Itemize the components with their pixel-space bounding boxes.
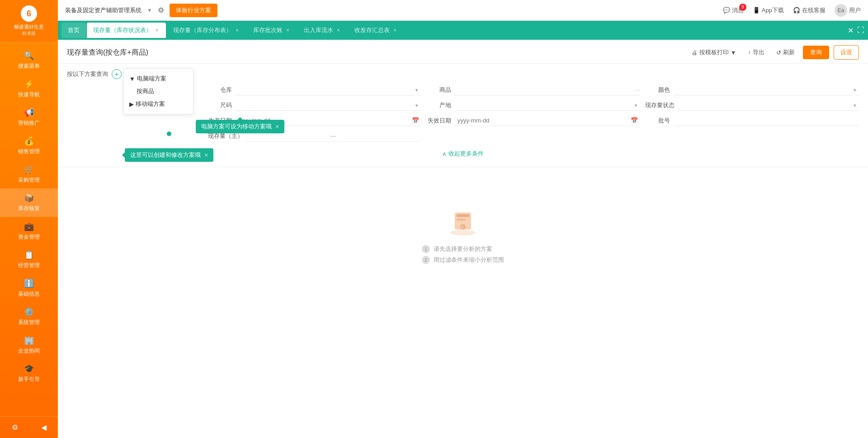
batch-input[interactable]: [674, 115, 859, 126]
product-input[interactable]: [455, 85, 635, 95]
tooltip2-close-btn[interactable]: ×: [204, 151, 208, 159]
tab-batch-ledger[interactable]: 库存批次账 ×: [247, 23, 297, 38]
sidebar-item-sales[interactable]: 💰 销售管理: [0, 132, 58, 160]
search-btn[interactable]: 查询: [803, 46, 829, 59]
filter-row-3: 生产日期 📅 失效日期 📅 批号: [207, 115, 859, 126]
filter-field-inventory-status: 现存量状态 ▼: [645, 100, 859, 111]
sidebar-item-label: 系统管理: [18, 319, 40, 326]
filter-field-warehouse: 仓库 ▼: [207, 85, 421, 95]
tab-close-sendreceive-summary[interactable]: ×: [392, 27, 397, 34]
finance-icon: 💼: [24, 221, 34, 231]
product-dots-btn[interactable]: ···: [635, 86, 640, 93]
sidebar-item-purchase[interactable]: 🛒 采购管理: [0, 160, 58, 188]
sales-icon: 💰: [24, 136, 34, 146]
sidebar-item-guide[interactable]: 🎓 新手引导: [0, 359, 58, 388]
sidebar-item-inventory[interactable]: 📦 库存核算: [0, 188, 58, 217]
scheme-tree-item-mobile[interactable]: ▶ 移动端方案: [124, 98, 193, 110]
warehouse-select[interactable]: [236, 85, 421, 95]
expand-tabs-btn[interactable]: ⛶: [857, 26, 864, 34]
export-btn[interactable]: ↑ 导出: [745, 47, 769, 58]
tab-sendreceive-summary[interactable]: 收发存汇总表 ×: [348, 23, 404, 38]
tab-home[interactable]: 首页: [61, 23, 86, 38]
close-all-tabs-btn[interactable]: ✕: [848, 26, 854, 35]
sidebar-nav: 🔍 搜索菜单 ⚡ 快速导航 📢 营销推广 💰 销售管理 🛒 采购管理 📦 库存核…: [0, 42, 58, 416]
expiry-date-input[interactable]: [455, 115, 629, 126]
empty-state: ? 1 请先选择要分析的方案 2 用过滤条件来缩小分析范围: [58, 167, 868, 303]
tab-close-batch-ledger[interactable]: ×: [285, 27, 290, 34]
collapse-up-icon: ∧: [442, 151, 447, 157]
sidebar-item-label: 营销推广: [18, 119, 40, 127]
export-icon: ↑: [748, 49, 751, 56]
sidebar-logo: 6 畅捷通好生意 标准版: [0, 0, 58, 42]
filter-section: 按以下方案查询 + ✎ « ▼ 电脑端方案 按商品 ▶ 移动端方案: [58, 64, 868, 167]
topbar-settings-icon[interactable]: ⚙: [158, 6, 164, 14]
sidebar-item-enterprise[interactable]: 🏢 企业协同: [0, 331, 58, 359]
tab-close-inventory-status[interactable]: ×: [155, 27, 160, 34]
app-download-item[interactable]: 📱 App下载: [753, 6, 784, 14]
tree-expand-icon: ▼: [129, 75, 135, 82]
tooltip1-close-btn[interactable]: ×: [275, 123, 279, 130]
filter-title-label: 按以下方案查询: [67, 70, 108, 78]
tab-close-inventory-dist[interactable]: ×: [235, 27, 240, 34]
sidebar-bottom: ⚙ ◀: [0, 416, 58, 438]
sidebar-item-finance[interactable]: 💼 资金管理: [0, 217, 58, 245]
filter-field-size: 尺码 ▼: [207, 100, 421, 111]
app-icon: 📱: [753, 7, 760, 14]
size-select[interactable]: [236, 100, 421, 111]
production-date-calendar-icon[interactable]: 📅: [410, 117, 421, 124]
inventory-status-select[interactable]: [678, 100, 859, 111]
sidebar: 6 畅捷通好生意 标准版 🔍 搜索菜单 ⚡ 快速导航 📢 营销推广 💰 销售管理…: [0, 0, 58, 438]
settings-action-btn[interactable]: 设置: [834, 45, 859, 60]
filter-add-btn[interactable]: +: [112, 69, 122, 79]
collapse-filter-btn[interactable]: ∧ 收起更多条件: [442, 150, 484, 158]
search-icon: 🔍: [24, 51, 34, 61]
tab-inventory-dist[interactable]: 现存量（库存分布表） ×: [167, 23, 246, 38]
support-item[interactable]: 🎧 在线客服: [793, 6, 826, 14]
message-badge: 9: [739, 4, 746, 11]
origin-select-wrapper: ▼: [455, 100, 640, 111]
message-icon: 💬: [723, 7, 730, 14]
sidebar-item-basicinfo[interactable]: ℹ️ 基础信息: [0, 274, 58, 302]
color-select[interactable]: [674, 85, 859, 95]
scheme-tree-item-desktop-sub[interactable]: 按商品: [124, 85, 193, 98]
sidebar-item-quicknav[interactable]: ⚡ 快速导航: [0, 75, 58, 103]
user-item[interactable]: Ea 用户: [835, 4, 861, 17]
sidebar-settings-btn[interactable]: ⚙: [10, 421, 20, 433]
message-item[interactable]: 💬 消息 9: [723, 6, 744, 14]
scheme-tree-item-desktop[interactable]: ▼ 电脑端方案: [124, 72, 193, 85]
topbar-right: 💬 消息 9 📱 App下载 🎧 在线客服 Ea 用户: [723, 4, 861, 17]
main-content: 装备及固定资产辅助管理系统 ▼ ⚙ 体验行业方案 💬 消息 9 📱 App下载 …: [58, 0, 868, 438]
marketing-icon: 📢: [24, 108, 34, 118]
size-select-wrapper: ▼: [236, 100, 421, 111]
expiry-date-calendar-icon[interactable]: 📅: [629, 117, 640, 124]
origin-select[interactable]: [455, 100, 640, 111]
operations-icon: 📋: [24, 250, 34, 260]
filter-field-origin: 产地 ▼: [426, 100, 640, 111]
refresh-btn[interactable]: ↺ 刷新: [773, 47, 798, 58]
tab-close-inout-flow[interactable]: ×: [336, 27, 341, 34]
trial-button[interactable]: 体验行业方案: [170, 4, 217, 17]
tooltip-create-scheme: 这里可以创建和修改方案哦 ×: [125, 148, 213, 162]
basicinfo-icon: ℹ️: [24, 278, 34, 288]
enterprise-icon: 🏢: [24, 335, 34, 345]
warehouse-select-wrapper: ▼: [236, 85, 421, 95]
sidebar-item-label: 新手引导: [18, 376, 40, 383]
filter-row-1: 仓库 ▼ 商品 ··· 颜色: [207, 85, 859, 95]
tabbar: 首页 现存量（库存状况表） × 现存量（库存分布表） × 库存批次账 × 出入库…: [58, 21, 868, 40]
tab-inventory-status[interactable]: 现存量（库存状况表） ×: [87, 23, 166, 38]
system-dropdown-icon[interactable]: ▼: [147, 7, 152, 14]
page-title: 现存量查询(按仓库+商品): [67, 48, 148, 57]
tab-inout-flow[interactable]: 出入库流水 ×: [297, 23, 347, 38]
sidebar-item-label: 企业协同: [18, 347, 40, 355]
sidebar-item-search[interactable]: 🔍 搜索菜单: [0, 46, 58, 75]
sidebar-item-operations[interactable]: 📋 经营管理: [0, 245, 58, 274]
user-avatar: Ea: [835, 4, 847, 17]
sidebar-collapse-btn[interactable]: ◀: [39, 421, 48, 433]
print-template-btn[interactable]: 🖨 按模板打印 ▼: [688, 47, 740, 58]
scheme-tree: ▼ 电脑端方案 按商品 ▶ 移动端方案: [123, 68, 193, 114]
sidebar-item-system[interactable]: ⚙️ 系统管理: [0, 302, 58, 331]
inventory-qty-to-input[interactable]: [338, 131, 419, 141]
expiry-date-wrapper: 📅: [455, 115, 640, 126]
print-dropdown-icon: ▼: [731, 49, 736, 56]
sidebar-item-marketing[interactable]: 📢 营销推广: [0, 103, 58, 132]
